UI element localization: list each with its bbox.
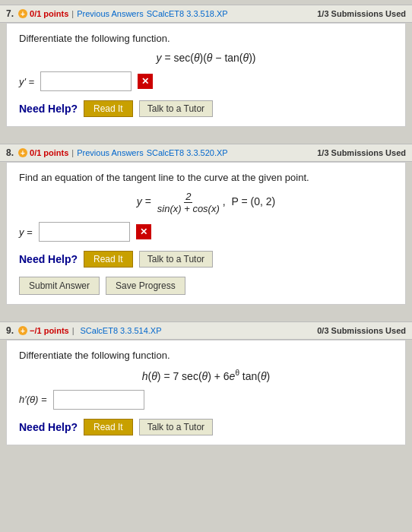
problem-8-header: 8. + 0/1 points | Previous Answers SCalc… xyxy=(0,144,412,162)
problem-8-submissions: 1/3 Submissions Used xyxy=(317,148,406,157)
problem-8-talk-tutor-button[interactable]: Talk to a Tutor xyxy=(139,251,213,268)
problem-7-prev-answers[interactable]: Previous Answers xyxy=(77,9,143,18)
problem-8-denominator: sin(x) + cos(x) xyxy=(156,203,221,214)
problem-9-points-badge: + −/1 points xyxy=(18,326,69,335)
problem-8-prev-answers[interactable]: Previous Answers xyxy=(77,148,143,157)
problem-8-body: Find an equation of the tangent line to … xyxy=(6,162,406,305)
problem-7-body: Differentiate the following function. y … xyxy=(6,23,406,127)
problem-9-answer-input[interactable] xyxy=(53,390,144,410)
problem-7-points-badge: + 0/1 points xyxy=(18,9,68,18)
problem-8-need-help-row: Need Help? Read It Talk to a Tutor xyxy=(19,251,393,268)
problem-7-clear-button[interactable]: ✕ xyxy=(138,74,153,89)
problem-8-fraction: 2 sin(x) + cos(x) xyxy=(156,191,221,214)
problem-9-read-it-button[interactable]: Read It xyxy=(84,419,133,435)
problem-9-math: h(θ) = 7 sec(θ) + 6eθ tan(θ) xyxy=(19,369,393,382)
problem-9-submissions: 0/3 Submissions Used xyxy=(317,326,406,335)
problem-7-ref-code: SCalcET8 3.3.518.XP xyxy=(147,9,228,18)
problem-9-statement: Differentiate the following function. xyxy=(19,350,393,361)
problem-8-container: 8. + 0/1 points | Previous Answers SCalc… xyxy=(0,139,412,309)
problem-8-action-row: Submit Answer Save Progress xyxy=(19,277,393,295)
problem-8-points: 0/1 points xyxy=(30,148,68,157)
problem-9-body: Differentiate the following function. h(… xyxy=(6,340,406,445)
problem-8-statement: Find an equation of the tangent line to … xyxy=(19,172,393,183)
problem-8-input-label: y = xyxy=(19,226,33,238)
problem-9-input-row: h′(θ) = xyxy=(19,390,393,410)
problem-7-need-help-label: Need Help? xyxy=(19,103,78,115)
gap-7-8 xyxy=(0,131,412,139)
problem-8-number: 8. xyxy=(6,147,14,158)
problem-8-save-button[interactable]: Save Progress xyxy=(106,277,185,295)
problem-8-answer-input[interactable] xyxy=(39,222,130,242)
problem-7-number: 7. xyxy=(6,8,14,19)
problem-8-ref-code: SCalcET8 3.3.520.XP xyxy=(147,148,228,157)
problem-8-numerator: 2 xyxy=(184,191,192,203)
problem-7-input-label: y' = xyxy=(19,76,34,87)
problem-7-container: 7. + 0/1 points | Previous Answers SCalc… xyxy=(0,0,412,131)
problem-9-container: 9. + −/1 points | SCalcET8 3.3.514.XP 0/… xyxy=(0,317,412,450)
problem-7-header: 7. + 0/1 points | Previous Answers SCalc… xyxy=(0,5,412,23)
problem-7-read-it-button[interactable]: Read It xyxy=(84,100,133,117)
problem-9-points: −/1 points xyxy=(30,326,69,335)
problem-7-input-row: y' = ✕ xyxy=(19,71,393,91)
plus-icon-7: + xyxy=(18,9,27,18)
problem-9-input-label: h′(θ) = xyxy=(19,394,47,405)
problem-8-input-row: y = ✕ xyxy=(19,222,393,242)
problem-9-need-help-row: Need Help? Read It Talk to a Tutor xyxy=(19,419,393,435)
plus-icon-9: + xyxy=(18,326,27,335)
problem-8-need-help-label: Need Help? xyxy=(19,253,78,265)
gap-8-9 xyxy=(0,309,412,317)
problem-8-clear-button[interactable]: ✕ xyxy=(136,224,151,239)
problem-7-talk-tutor-button[interactable]: Talk to a Tutor xyxy=(139,100,213,117)
problem-9-ref-code: SCalcET8 3.3.514.XP xyxy=(81,326,162,335)
problem-8-math: y = 2 sin(x) + cos(x) , P = (0, 2) xyxy=(19,191,393,214)
problem-7-points: 0/1 points xyxy=(30,9,68,18)
problem-8-read-it-button[interactable]: Read It xyxy=(84,251,133,268)
problem-7-need-help-row: Need Help? Read It Talk to a Tutor xyxy=(19,100,393,117)
problem-9-talk-tutor-button[interactable]: Talk to a Tutor xyxy=(139,419,213,435)
problem-7-answer-input[interactable] xyxy=(40,71,132,91)
problem-7-statement: Differentiate the following function. xyxy=(19,33,393,44)
problem-9-number: 9. xyxy=(6,325,14,336)
problem-8-point: P = (0, 2) xyxy=(231,195,275,207)
problem-9-header: 9. + −/1 points | SCalcET8 3.3.514.XP 0/… xyxy=(0,321,412,340)
plus-icon-8: + xyxy=(18,148,27,157)
problem-8-submit-button[interactable]: Submit Answer xyxy=(19,277,100,295)
problem-9-need-help-label: Need Help? xyxy=(19,421,78,433)
problem-7-submissions: 1/3 Submissions Used xyxy=(317,9,406,18)
problem-7-math: y = sec(θ)(θ − tan(θ)) xyxy=(19,52,393,64)
problem-8-points-badge: + 0/1 points xyxy=(18,148,68,157)
